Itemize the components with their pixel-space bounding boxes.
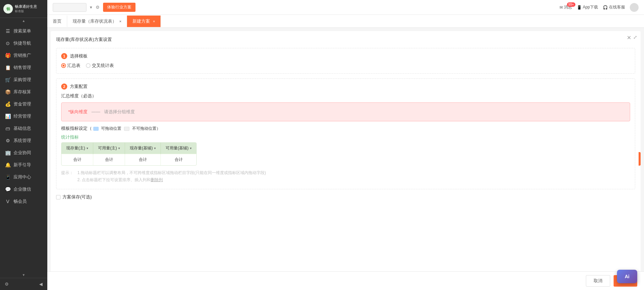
col-header-4[interactable]: 可用量(基辅) ▾ [161,143,197,154]
indicator-label: 模板指标设定（ 可拖动位置 不可拖动位置） [61,125,630,131]
sidebar-item-member[interactable]: V 畅会员 [0,195,47,208]
col-header-2[interactable]: 可用量(主) ▾ [93,143,125,154]
sidebar-scroll-up[interactable]: ▲ [0,18,47,24]
radio-cross-label: 交叉统计表 [92,63,114,69]
online-service-label: 在线客服 [609,4,625,10]
save-scheme-label: 方案保存(可选) [63,194,92,200]
sidebar-item-search-menu[interactable]: ☰ 搜索菜单 [0,25,47,37]
settings-footer-icon[interactable]: ⚙ [5,282,9,287]
marketing-icon: 🎁 [5,52,11,58]
sidebar-item-app-center[interactable]: 📱 应用中心 [0,171,47,183]
cell-1-1: 合计 [61,154,93,166]
sidebar-item-operation[interactable]: 📊 经营管理 [0,110,47,122]
col4-chevron: ▾ [190,146,192,150]
stats-table-container: 统计指标 现存量(主) ▾ [61,134,630,167]
sidebar-item-system[interactable]: ⚙ 系统管理 [0,135,47,147]
sidebar-item-purchase[interactable]: 🛒 采购管理 [0,74,47,86]
radio-cross-indicator [86,63,91,68]
cancel-button[interactable]: 取消 [586,275,610,287]
sidebar-item-sales[interactable]: 📋 销售管理 [0,62,47,74]
stats-table-row-1: 合计 合计 合计 合计 [61,154,196,166]
topbar-settings-icon[interactable]: ⚙ [96,5,100,10]
topbar-left: ▾ ⚙ 体验行业方案 [53,3,135,12]
tab-home[interactable]: 首页 [47,16,67,27]
cell-1-3: 合计 [125,154,161,166]
sidebar-item-label: 销售管理 [14,65,31,71]
app-download-button[interactable]: 📱 App下载 [577,4,598,10]
sales-icon: 📋 [5,65,11,71]
col4-label: 可用量(基辅) [166,145,189,151]
system-icon: ⚙ [5,138,11,144]
enterprise-icon: 🏢 [5,150,11,156]
col-header-3[interactable]: 现存量(基辅) ▾ [125,143,161,154]
tips-section: 提示： 1.拖动标题栏可以调整布局，不可跨维度或指标区域拖动栏目字段(只能在同一… [61,170,630,183]
sidebar-item-label: 快捷导航 [14,40,31,46]
resize-handle[interactable] [639,152,641,166]
sidebar-item-label: 企业微信 [14,186,31,192]
sidebar-item-label: 资金管理 [14,101,31,107]
template-option-cross[interactable]: 交叉统计表 [86,63,114,69]
sidebar-item-enterprise[interactable]: 🏢 企业协同 [0,147,47,159]
stats-table-title: 统计指标 [61,134,630,140]
save-checkbox-row: 方案保存(可选) [56,194,635,200]
template-option-summary[interactable]: 汇总表 [61,63,80,69]
page-title: 现存量(库存状况表)方案设置 [56,37,635,43]
sidebar-logo: 畅 畅康通好生意 标准版 [0,0,47,18]
required-dimension-area: *纵向维度 —— 请选择分组维度 [61,102,630,121]
col-header-1[interactable]: 现存量(主) ▾ [61,143,93,154]
tab-inventory-close[interactable]: × [119,19,121,23]
stats-table-header-row: 现存量(主) ▾ 可用量(主) ▾ [61,143,196,154]
expand-panel-icon[interactable]: ⤢ [633,34,637,41]
aggregate-dim-label: 汇总维度（必选） [61,93,630,99]
indicator-settings-area: 模板指标设定（ 可拖动位置 不可拖动位置） 统计指标 [61,125,630,183]
message-button[interactable]: ✉ 消息 99+ [560,4,572,10]
sidebar-item-wechat[interactable]: 💬 企业微信 [0,183,47,195]
stats-table-wrap: 现存量(主) ▾ 可用量(主) ▾ [61,142,197,166]
sound-footer-icon[interactable]: ◀ [39,282,43,287]
sidebar-item-label: 经营管理 [14,113,31,119]
ai-fab-button[interactable]: Ai [617,270,637,283]
tab-new-scheme[interactable]: 新建方案 × [127,16,160,27]
sidebar-item-inventory[interactable]: 📦 库存核算 [0,86,47,98]
tab-inventory-status[interactable]: 现存量（库存状况表） × [67,16,127,27]
topbar-search-input[interactable] [53,3,86,12]
tab-home-label: 首页 [53,18,61,24]
finance-icon: 💰 [5,101,11,107]
tip2-link[interactable]: 删除列 [151,177,163,182]
basic-info-icon: 🗃 [5,125,11,131]
section-choose-template: 1 选择模板 汇总表 交叉统计表 [56,48,635,74]
member-icon: V [5,198,11,204]
sidebar-nav: ☰ 搜索菜单 ⊙ 快捷导航 🎁 营销推广 📋 销售管理 🛒 采购管理 📦 库存核… [0,24,47,272]
radio-summary-label: 汇总表 [67,63,80,69]
topbar-right: ✉ 消息 99+ 📱 App下载 🎧 在线客服 [560,3,639,12]
col1-label: 现存量(主) [66,145,85,151]
sidebar-item-quick-nav[interactable]: ⊙ 快捷导航 [0,37,47,49]
sidebar-item-basic-info[interactable]: 🗃 基础信息 [0,122,47,135]
sidebar-item-label: 企业协同 [14,150,31,156]
save-scheme-checkbox[interactable] [56,195,60,199]
draggable-label: 可拖动位置 [101,126,121,131]
dimension-select-placeholder[interactable]: 请选择分组维度 [104,109,135,114]
industry-scheme-button[interactable]: 体验行业方案 [103,3,135,12]
user-avatar[interactable] [630,3,639,12]
wechat-icon: 💬 [5,186,11,192]
app-center-icon: 📱 [5,174,11,180]
message-icon: ✉ [560,5,563,10]
sidebar-item-label: 库存核算 [14,89,31,95]
stats-table-body: 合计 合计 合计 合计 [61,154,196,166]
stats-table-head: 现存量(主) ▾ 可用量(主) ▾ [61,143,196,154]
close-panel-icon[interactable]: ✕ [627,34,631,41]
topbar-dropdown-icon[interactable]: ▾ [90,5,92,10]
sidebar-item-marketing[interactable]: 🎁 营销推广 [0,49,47,62]
purchase-icon: 🛒 [5,77,11,83]
online-service-button[interactable]: 🎧 在线客服 [603,4,625,10]
required-label: *纵向维度 [68,109,88,114]
sidebar-item-new-guide[interactable]: 🔔 新手引导 [0,159,47,171]
sidebar-item-finance[interactable]: 💰 资金管理 [0,98,47,110]
tab-new-scheme-close[interactable]: × [153,19,155,23]
sidebar-item-label: 基础信息 [14,125,31,131]
sidebar-scroll-down[interactable]: ▼ [0,272,47,278]
non-draggable-hint-box [124,127,129,131]
quick-nav-icon: ⊙ [5,40,11,46]
tip1: 提示： 1.拖动标题栏可以调整布局，不可跨维度或指标区域拖动栏目字段(只能在同一… [61,170,630,176]
